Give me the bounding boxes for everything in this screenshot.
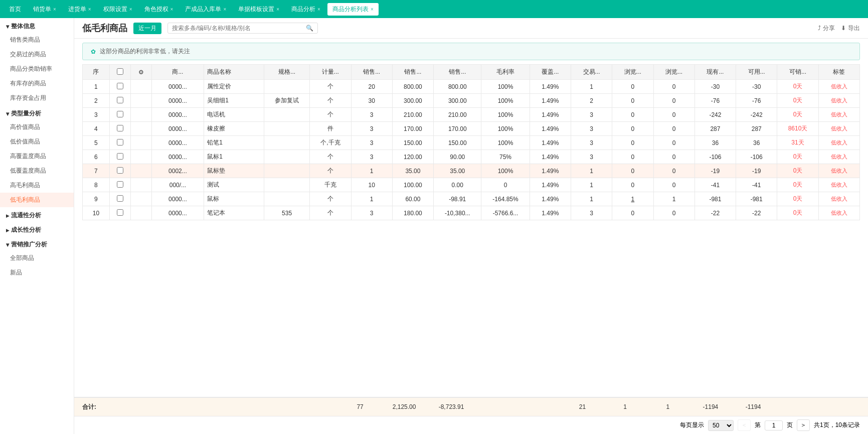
prev-page-button[interactable]: ＜ [738, 419, 751, 431]
cell-stock2: -19 [736, 164, 777, 178]
sidebar-item-low-value[interactable]: 低价值商品 [0, 134, 74, 149]
filter-button[interactable]: 近一月 [133, 23, 161, 34]
col-header-settings[interactable]: ⚙ [130, 65, 151, 80]
sidebar-item-category-sales-rate[interactable]: 商品分类助销率 [0, 62, 74, 76]
sidebar-item-high-margin[interactable]: 高毛利商品 [0, 178, 74, 193]
cell-check[interactable] [109, 206, 130, 220]
next-page-button[interactable]: ＞ [797, 419, 810, 431]
row-checkbox[interactable] [117, 167, 123, 174]
sidebar-group-growth-analysis[interactable]: ▸ 成长性分析 [0, 222, 74, 236]
sidebar-item-high-coverage[interactable]: 高覆盖度商品 [0, 149, 74, 164]
cell-stock2: 287 [736, 122, 777, 136]
cell-stock1: -19 [695, 164, 736, 178]
cell-s3: 90.00 [434, 150, 481, 164]
cell-idx: 7 [83, 164, 110, 178]
cell-code: 0000... [151, 192, 204, 206]
cell-stock3: 0天 [777, 108, 818, 122]
page-size-select[interactable]: 50 100 200 [708, 420, 734, 431]
close-icon[interactable]: × [371, 7, 374, 12]
sidebar-item-all-products[interactable]: 全部商品 [0, 251, 74, 265]
nav-product-analysis[interactable]: 商品分析 × [286, 3, 325, 16]
cell-spec [264, 122, 309, 136]
cell-idx: 8 [83, 178, 110, 192]
close-icon[interactable]: × [53, 7, 56, 12]
footer-s1: 77 [338, 401, 381, 413]
cell-gross: 100% [481, 80, 530, 94]
footer-view2: 1 [646, 401, 689, 413]
row-checkbox[interactable] [117, 125, 123, 131]
row-checkbox[interactable] [117, 83, 123, 89]
nav-permissions[interactable]: 权限设置 × [98, 3, 137, 16]
row-checkbox[interactable] [117, 97, 123, 103]
cell-check[interactable] [109, 94, 130, 108]
close-icon[interactable]: × [317, 7, 320, 12]
sidebar-group-marketing-analysis[interactable]: ▾ 营销推广分析 [0, 236, 74, 251]
cell-s3: 0.00 [434, 178, 481, 192]
sidebar-item-low-coverage[interactable]: 低覆盖度商品 [0, 164, 74, 178]
table-row: 8 000/... 测试 千克 10 100.00 0.00 0 1.49% 1… [83, 178, 860, 192]
cell-check[interactable] [109, 192, 130, 206]
cell-s2: 120.00 [392, 150, 433, 164]
sidebar-group-flow-analysis[interactable]: ▸ 流通性分析 [0, 207, 74, 222]
share-button[interactable]: ⤴ 分享 [818, 24, 835, 33]
cell-check[interactable] [109, 80, 130, 94]
footer-trade: 21 [561, 401, 604, 413]
nav-template-settings[interactable]: 单据模板设置 × [233, 3, 284, 16]
row-checkbox[interactable] [117, 111, 123, 117]
col-header-tag: 标签 [818, 65, 859, 80]
sidebar: ▾ 整体信息 销售类商品 交易过的商品 商品分类助销率 有库存的商品 库存资金占… [0, 18, 74, 434]
search-input[interactable] [172, 25, 306, 32]
close-icon[interactable]: × [88, 7, 91, 12]
col-header-check[interactable] [109, 65, 130, 80]
cell-s1: 20 [351, 80, 392, 94]
cell-check[interactable] [109, 164, 130, 178]
sidebar-group-overview[interactable]: ▾ 整体信息 [0, 18, 74, 33]
cell-check[interactable] [109, 122, 130, 136]
cell-check[interactable] [109, 136, 130, 150]
sidebar-item-traded-products[interactable]: 交易过的商品 [0, 47, 74, 62]
cell-check[interactable] [109, 150, 130, 164]
cell-view1[interactable]: 1 [612, 192, 653, 206]
cell-s3: 170.00 [434, 122, 481, 136]
sidebar-item-capital-occupation[interactable]: 库存资金占用 [0, 91, 74, 105]
close-icon[interactable]: × [276, 7, 279, 12]
cell-unit: 个 [310, 150, 351, 164]
nav-product-inbound[interactable]: 产成品入库单 × [180, 3, 231, 16]
close-icon[interactable]: × [223, 7, 226, 12]
row-checkbox[interactable] [117, 153, 123, 160]
cell-check[interactable] [109, 178, 130, 192]
sidebar-item-in-stock-products[interactable]: 有库存的商品 [0, 76, 74, 91]
cell-view2: 0 [653, 178, 695, 192]
nav-product-analysis-list[interactable]: 商品分析列表 × [327, 3, 379, 16]
row-checkbox[interactable] [117, 139, 123, 146]
search-icon[interactable]: 🔍 [306, 25, 313, 32]
col-header-idx: 序 [83, 65, 110, 80]
close-icon[interactable]: × [170, 7, 173, 12]
cell-unit: 个 [310, 108, 351, 122]
nav-role-auth[interactable]: 角色授权 × [139, 3, 179, 16]
nav-sales-order[interactable]: 销货单 × [28, 3, 61, 16]
close-icon[interactable]: × [129, 7, 132, 12]
row-checkbox[interactable] [117, 181, 123, 188]
sidebar-item-high-value[interactable]: 高价值商品 [0, 120, 74, 134]
page-suffix-label: 页 [787, 421, 793, 429]
nav-home[interactable]: 首页 [4, 3, 26, 16]
col-header-sales3: 销售... [434, 65, 481, 80]
cell-cover: 1.49% [530, 164, 571, 178]
sidebar-item-new-products[interactable]: 新品 [0, 265, 74, 280]
nav-purchase-order[interactable]: 进货单 × [63, 3, 96, 16]
row-checkbox[interactable] [117, 209, 123, 216]
cell-gross: 100% [481, 108, 530, 122]
export-button[interactable]: ⬇ 导出 [841, 24, 860, 33]
sidebar-item-low-margin[interactable]: 低毛利商品 [0, 193, 74, 207]
select-all-checkbox[interactable] [117, 68, 123, 75]
cell-gross: -164.85% [481, 192, 530, 206]
sidebar-item-sales-products[interactable]: 销售类商品 [0, 33, 74, 47]
cell-code: 0000... [151, 122, 204, 136]
row-checkbox[interactable] [117, 195, 123, 202]
cell-settings [130, 206, 151, 220]
page-number-input[interactable] [765, 420, 783, 430]
cell-stock3: 0天 [777, 206, 818, 220]
sidebar-group-type-analysis[interactable]: ▾ 类型量分析 [0, 105, 74, 120]
cell-check[interactable] [109, 108, 130, 122]
